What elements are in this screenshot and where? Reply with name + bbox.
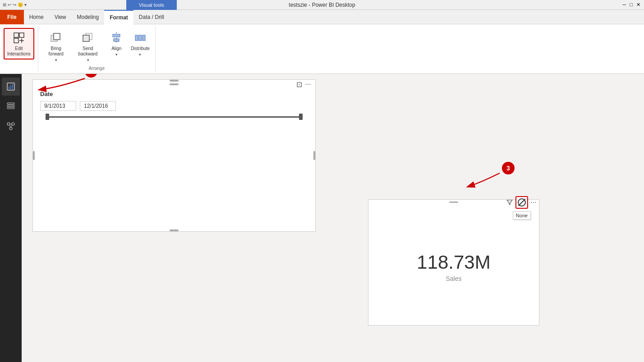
bring-forward-button[interactable]: Bring forward ▾: [42, 28, 70, 65]
bring-forward-icon: [49, 31, 63, 45]
bring-forward-label: Bring forward: [46, 46, 67, 57]
align-button[interactable]: Align ▾: [106, 28, 127, 60]
svg-rect-8: [83, 35, 89, 41]
slider-thumb-right[interactable]: [299, 114, 303, 120]
annotation-2: 2: [85, 74, 97, 78]
align-icon: [109, 31, 124, 45]
sidebar-data-icon[interactable]: [2, 97, 20, 115]
resize-handle-top[interactable]: [170, 80, 179, 82]
sidebar-report-icon[interactable]: [2, 78, 20, 96]
menu-format[interactable]: Format: [104, 10, 133, 24]
slider-track: [46, 116, 303, 118]
start-date-input[interactable]: 9/1/2013: [40, 101, 76, 111]
none-icon: [518, 198, 526, 206]
svg-rect-6: [54, 33, 60, 40]
svg-rect-2: [14, 38, 18, 43]
menu-data-drill[interactable]: Data / Drill: [133, 10, 170, 24]
send-backward-label: Send backward: [76, 46, 101, 57]
more-options-icon[interactable]: ···: [304, 81, 312, 88]
date-slicer-title: Date: [37, 87, 312, 99]
visual-drag-handle[interactable]: [170, 83, 179, 85]
svg-rect-16: [9, 87, 9, 89]
edit-interactions-button[interactable]: Edit Interactions: [4, 28, 34, 60]
resize-handle-bottom[interactable]: [170, 229, 179, 231]
kpi-header: None ···: [368, 200, 539, 205]
distribute-icon: [133, 31, 147, 45]
slider-thumb-left[interactable]: [46, 114, 49, 120]
none-interaction-button[interactable]: None: [515, 196, 528, 209]
menu-file[interactable]: File: [0, 10, 24, 24]
date-slicer-header: ⊡ ···: [37, 83, 312, 85]
kpi-label: Sales: [446, 275, 461, 282]
focus-mode-icon[interactable]: ⊡: [295, 81, 303, 88]
date-slider[interactable]: [37, 113, 312, 121]
menu-home[interactable]: Home: [24, 10, 49, 24]
kpi-more-options-icon[interactable]: ···: [530, 199, 537, 206]
resize-handle-right[interactable]: [313, 151, 315, 160]
menu-view[interactable]: View: [49, 10, 72, 24]
kpi-visual[interactable]: None ··· 118.73M Sales: [368, 199, 539, 325]
date-range-inputs: 9/1/2013 12/1/2016: [37, 99, 312, 113]
edit-interactions-icon: [12, 31, 26, 45]
date-slicer-visual[interactable]: ⊡ ··· Date 9/1/2013 12/1/2016: [32, 79, 316, 232]
title-bar-icons: ⊞ ↩ ↪ 🙂 ▾: [3, 2, 27, 7]
visual-tools-tab: Visual tools: [126, 0, 177, 10]
svg-rect-20: [7, 105, 14, 106]
menu-modeling[interactable]: Modeling: [71, 10, 104, 24]
resize-handle-left[interactable]: [33, 151, 35, 160]
svg-rect-12: [135, 35, 138, 41]
visual-header-icons: ⊡ ···: [295, 81, 312, 88]
svg-rect-1: [19, 33, 24, 37]
sidebar-model-icon[interactable]: [2, 117, 20, 135]
app-title: testszie - Power BI Desktop: [0, 2, 644, 8]
ribbon: Edit Interactions Bring forward ▾: [0, 24, 644, 74]
kpi-header-icons: None ···: [505, 196, 537, 209]
svg-rect-18: [12, 84, 13, 89]
none-tooltip: None: [513, 211, 531, 220]
svg-rect-17: [10, 85, 11, 89]
svg-rect-19: [7, 103, 14, 104]
arrange-group-label: Arrange: [42, 65, 152, 71]
filter-interaction-icon[interactable]: [505, 197, 515, 207]
menu-bar: File Home View Modeling Format Data / Dr…: [0, 10, 644, 24]
svg-rect-0: [14, 33, 18, 37]
svg-rect-11: [114, 39, 119, 41]
canvas-area: ⊡ ··· Date 9/1/2013 12/1/2016: [22, 74, 644, 362]
send-backward-button[interactable]: Send backward ▾: [72, 28, 104, 65]
svg-rect-10: [113, 34, 120, 37]
end-date-input[interactable]: 12/1/2016: [80, 101, 116, 111]
send-backward-icon: [81, 31, 95, 45]
distribute-button[interactable]: Distribute ▾: [129, 28, 151, 60]
distribute-label: Distribute: [131, 46, 150, 51]
edit-interactions-label: Edit Interactions: [7, 46, 31, 57]
svg-rect-21: [7, 107, 14, 109]
left-sidebar: [0, 74, 22, 362]
annotation-3: 3: [502, 162, 515, 174]
svg-rect-13: [139, 35, 142, 41]
window-controls[interactable]: ─ □ ✕: [623, 2, 640, 8]
kpi-value: 118.73M: [417, 252, 490, 273]
align-label: Align: [111, 46, 121, 51]
svg-rect-14: [143, 35, 145, 41]
kpi-drag-handle[interactable]: [449, 202, 458, 203]
